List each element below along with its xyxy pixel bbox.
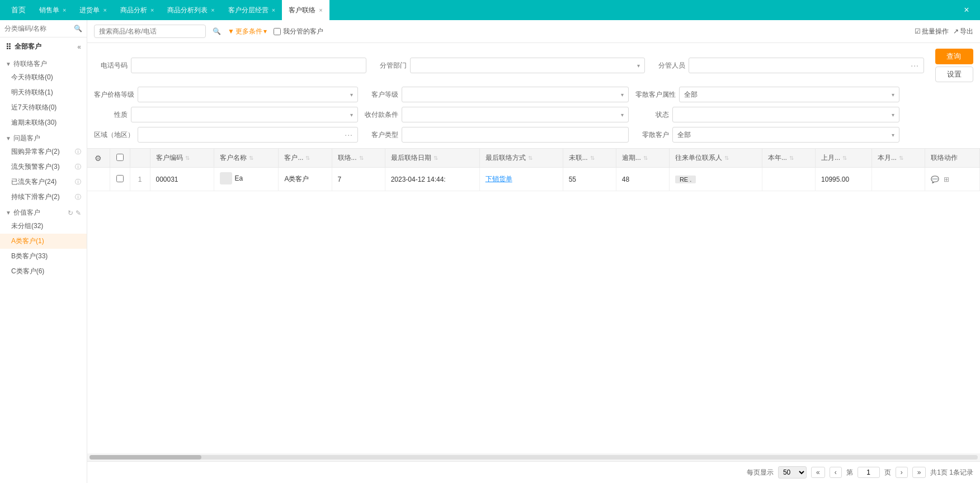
phone-input[interactable] — [131, 58, 366, 73]
col-last-month[interactable]: 上月...⇅ — [816, 149, 872, 168]
payment-arrow-icon: ▾ — [621, 112, 624, 118]
sidebar-item-tomorrow[interactable]: 明天待联络(1) — [0, 85, 87, 100]
sort-icon-contact: ⇅ — [359, 155, 364, 161]
col-overdue[interactable]: 逾期...⇅ — [616, 149, 669, 168]
col-last-date[interactable]: 最后联络日期⇅ — [385, 149, 479, 168]
sidebar-search-icon[interactable]: 🔍 — [74, 25, 82, 32]
row-this-month — [871, 168, 925, 191]
close-tab-2-icon[interactable]: × — [150, 7, 154, 13]
triangle-icon-value: ▼ — [6, 210, 11, 216]
row-last-method: 下销货单 — [479, 168, 563, 191]
export-icon: ↗ — [953, 27, 959, 35]
first-page-button[interactable]: « — [811, 467, 825, 478]
status-dropdown[interactable]: ▾ — [672, 107, 899, 122]
nav-home[interactable]: 首页 — [4, 0, 32, 20]
sidebar-item-7days[interactable]: 近7天待联络(0) — [0, 100, 87, 115]
sidebar-item-b-class[interactable]: B类客户(33) — [0, 249, 87, 264]
prev-page-button[interactable]: ‹ — [830, 467, 842, 478]
query-button[interactable]: 查询 — [935, 49, 973, 64]
more-conditions-button[interactable]: ▼ 更多条件 ▾ — [228, 27, 267, 36]
col-this-month[interactable]: 本月...⇅ — [871, 149, 925, 168]
select-all-checkbox[interactable] — [116, 154, 124, 161]
sidebar-item-declining[interactable]: 持续下滑客户(2) ⓘ — [0, 190, 87, 205]
filter-search-input[interactable] — [94, 25, 206, 38]
page-suffix: 页 — [884, 468, 891, 477]
sort-icon-thismonth: ⇅ — [899, 155, 903, 161]
sort-icon-unlocked: ⇅ — [590, 155, 595, 161]
dept-label: 分管部门 — [373, 61, 407, 70]
sidebar-all-customers[interactable]: ⠿ 全部客户 « — [0, 37, 87, 56]
sidebar-group-problem[interactable]: ▼ 问题客户 — [0, 130, 87, 144]
close-tab-0-icon[interactable]: × — [63, 7, 66, 13]
region-input[interactable]: ··· — [138, 127, 358, 143]
filter-search-button[interactable]: 🔍 — [213, 27, 221, 35]
sidebar-item-ungroup[interactable]: 未分组(32) — [0, 219, 87, 234]
refresh-icon[interactable]: ↻ — [68, 209, 73, 217]
nav-tab-1[interactable]: 进货单 × — [73, 0, 113, 20]
sidebar-search-input[interactable] — [4, 25, 74, 32]
dept-dropdown[interactable]: ▾ — [410, 58, 646, 73]
sidebar-group-value: ▼ 价值客户 ↻ ✎ — [0, 205, 87, 219]
table-gear-icon[interactable]: ⚙ — [95, 154, 102, 163]
my-customers-check[interactable] — [274, 28, 281, 35]
last-method-link[interactable]: 下销货单 — [486, 175, 512, 183]
sort-icon-name: ⇅ — [249, 155, 253, 161]
per-page-label: 每页显示 — [747, 468, 774, 477]
nav-tab-5[interactable]: 客户联络 × — [282, 0, 329, 20]
close-all-tabs-button[interactable]: × — [958, 0, 976, 20]
customer-type-input[interactable] — [402, 127, 629, 143]
grid-icon[interactable]: ⊞ — [944, 176, 949, 183]
sidebar-item-today[interactable]: 今天待联络(0) — [0, 70, 87, 85]
nav-tab-0[interactable]: 销售单 × — [32, 0, 73, 20]
price-level-dropdown[interactable]: ▾ — [138, 87, 358, 102]
retail-dropdown[interactable]: 全部 ▾ — [672, 127, 899, 143]
nature-arrow-icon: ▾ — [350, 112, 353, 118]
nature-dropdown[interactable]: ▾ — [131, 107, 358, 122]
col-contact-count[interactable]: 联络...⇅ — [332, 149, 385, 168]
scroll-thumb[interactable] — [89, 455, 201, 460]
payment-dropdown[interactable]: ▾ — [402, 107, 629, 122]
sidebar-collapse-icon[interactable]: « — [77, 43, 81, 51]
next-page-button[interactable]: › — [896, 467, 908, 478]
sort-icon-lastmethod: ⇅ — [528, 155, 533, 161]
col-customer-name[interactable]: 客户名称⇅ — [214, 149, 279, 168]
sidebar-item-overdue[interactable]: 逾期未联络(30) — [0, 115, 87, 130]
settings-button[interactable]: 设置 — [935, 67, 973, 82]
per-page-select[interactable]: 50 100 200 — [778, 466, 807, 479]
nav-tab-2[interactable]: 商品分析 × — [114, 0, 161, 20]
sidebar-item-lost[interactable]: 已流失客户(24) ⓘ — [0, 174, 87, 190]
last-page-button[interactable]: » — [912, 467, 926, 478]
edit-icon[interactable]: ✎ — [76, 209, 81, 217]
nav-tab-3[interactable]: 商品分析列表 × — [161, 0, 221, 20]
col-unit-contact[interactable]: 往来单位联系人⇅ — [669, 149, 762, 168]
col-customer-type[interactable]: 客户...⇅ — [279, 149, 332, 168]
col-unlocked[interactable]: 未联...⇅ — [563, 149, 616, 168]
sidebar-group-pending[interactable]: ▼ 待联络客户 — [0, 56, 87, 70]
sidebar-item-c-class[interactable]: C类客户(6) — [0, 264, 87, 279]
sidebar-item-warning[interactable]: 流失预警客户(3) ⓘ — [0, 159, 87, 174]
close-tab-5-icon[interactable]: × — [319, 7, 322, 13]
retail-attr-dropdown[interactable]: 全部 ▾ — [679, 87, 899, 102]
customer-level-dropdown[interactable]: ▾ — [402, 87, 629, 102]
horizontal-scrollbar[interactable] — [87, 453, 980, 461]
close-tab-3-icon[interactable]: × — [211, 7, 214, 13]
chat-icon[interactable]: 💬 — [931, 176, 939, 183]
close-tab-4-icon[interactable]: × — [272, 7, 275, 13]
sidebar-item-a-class[interactable]: A类客户(1) — [0, 234, 87, 249]
col-customer-code[interactable]: 客户编码⇅ — [150, 149, 214, 168]
col-last-method[interactable]: 最后联络方式⇅ — [479, 149, 563, 168]
action-icons: 💬 ⊞ — [931, 176, 974, 183]
col-year-amount[interactable]: 本年...⇅ — [762, 149, 815, 168]
page-input[interactable] — [858, 467, 880, 478]
filter-field-price-level: 客户价格等级 ▾ — [94, 87, 358, 102]
close-tab-1-icon[interactable]: × — [103, 7, 106, 13]
batch-operation-button[interactable]: ☑ 批量操作 — [915, 27, 949, 36]
person-input[interactable]: ··· — [689, 58, 924, 73]
nav-tab-4[interactable]: 客户分层经营 × — [222, 0, 282, 20]
row-check[interactable] — [116, 175, 124, 182]
my-customers-checkbox[interactable]: 我分管的客户 — [274, 27, 323, 36]
export-button[interactable]: ↗ 导出 — [953, 27, 973, 36]
sidebar-item-abnormal[interactable]: 囤购异常客户(2) ⓘ — [0, 144, 87, 159]
check-square-icon: ☑ — [915, 27, 921, 35]
table-header-row: ⚙ 客户编码⇅ 客户名称⇅ 客户...⇅ — [87, 149, 980, 168]
